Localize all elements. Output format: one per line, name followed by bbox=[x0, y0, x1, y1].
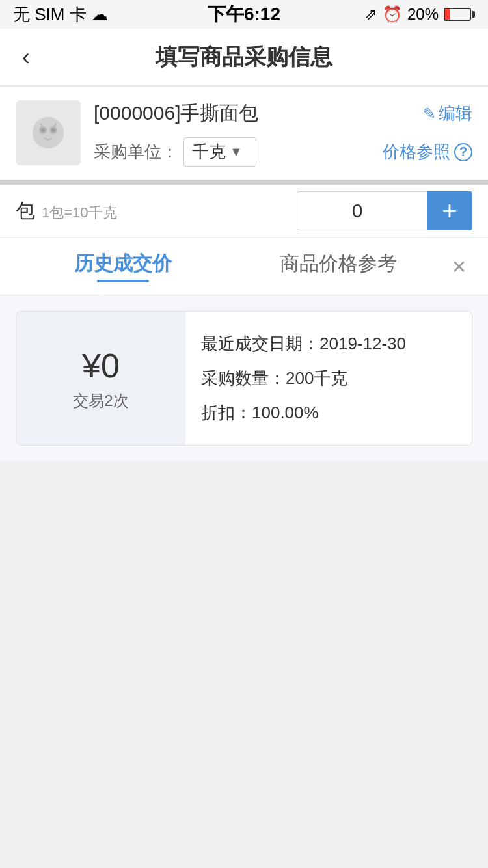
alarm-icon: ⏰ bbox=[383, 5, 402, 23]
quantity-plus-button[interactable]: + bbox=[427, 191, 472, 230]
svg-point-4 bbox=[51, 128, 55, 132]
close-panel-button[interactable]: × bbox=[446, 247, 472, 287]
product-section: [0000006]手撕面包 ✎ 编辑 采购单位： 千克 ▼ 价格参照 ? bbox=[0, 87, 488, 180]
dropdown-arrow-icon: ▼ bbox=[230, 144, 243, 159]
recent-date-row: 最近成交日期：2019-12-30 bbox=[201, 331, 456, 357]
edit-label: 编辑 bbox=[439, 102, 472, 125]
product-logo-icon bbox=[29, 113, 68, 152]
svg-point-3 bbox=[41, 128, 45, 132]
recent-date-value: 2019-12-30 bbox=[319, 334, 406, 353]
price-cards-area: ¥0 交易2次 最近成交日期：2019-12-30 采购数量：200千克 折扣：… bbox=[0, 295, 488, 461]
purchase-qty-label: 采购数量： bbox=[201, 368, 286, 388]
location-icon: ⇗ bbox=[364, 5, 377, 23]
quantity-unit-label: 包 bbox=[16, 198, 35, 224]
edit-icon: ✎ bbox=[423, 105, 436, 123]
quantity-conversion-label: 1包=10千克 bbox=[42, 203, 117, 223]
price-card-right: 最近成交日期：2019-12-30 采购数量：200千克 折扣：100.00% bbox=[185, 312, 472, 445]
discount-value: 100.00% bbox=[252, 403, 319, 422]
price-reference-button[interactable]: 价格参照 ? bbox=[383, 141, 472, 163]
back-button[interactable]: ‹ bbox=[16, 37, 36, 77]
quantity-section: 包 1包=10千克 + bbox=[0, 185, 488, 237]
status-right: ⇗ ⏰ 20% bbox=[364, 5, 475, 23]
product-name: [0000006]手撕面包 bbox=[94, 100, 258, 127]
help-icon: ? bbox=[454, 143, 472, 161]
discount-label: 折扣： bbox=[201, 403, 252, 422]
nav-bar: ‹ 填写商品采购信息 bbox=[0, 29, 488, 86]
quantity-input[interactable] bbox=[297, 191, 427, 230]
recent-date-label: 最近成交日期： bbox=[201, 334, 319, 353]
price-card-left: ¥0 交易2次 bbox=[16, 312, 185, 445]
unit-selector[interactable]: 千克 ▼ bbox=[183, 137, 256, 167]
product-info: [0000006]手撕面包 ✎ 编辑 采购单位： 千克 ▼ 价格参照 ? bbox=[94, 100, 472, 167]
purchase-unit-label: 采购单位： bbox=[94, 141, 178, 163]
battery-percent: 20% bbox=[407, 5, 439, 23]
tab-history-price[interactable]: 历史成交价 bbox=[16, 251, 230, 282]
tab-product-price-label: 商品价格参考 bbox=[280, 252, 397, 274]
status-time: 下午6:12 bbox=[208, 2, 280, 27]
unit-value: 千克 bbox=[192, 141, 226, 163]
section-divider bbox=[0, 180, 488, 185]
status-left: 无 SIM 卡 ☁ bbox=[13, 3, 108, 26]
currency-symbol: ¥ bbox=[82, 347, 101, 385]
purchase-qty-value: 200千克 bbox=[286, 368, 347, 388]
price-amount-display: ¥0 bbox=[82, 346, 120, 385]
tab-active-indicator bbox=[97, 280, 149, 282]
status-bar: 无 SIM 卡 ☁ 下午6:12 ⇗ ⏰ 20% bbox=[0, 0, 488, 29]
edit-button[interactable]: ✎ 编辑 bbox=[423, 102, 472, 125]
sim-status: 无 SIM 卡 ☁ bbox=[13, 3, 108, 26]
discount-row: 折扣：100.00% bbox=[201, 400, 456, 426]
price-card: ¥0 交易2次 最近成交日期：2019-12-30 采购数量：200千克 折扣：… bbox=[16, 311, 472, 446]
battery-indicator bbox=[444, 8, 475, 21]
page-title: 填写商品采购信息 bbox=[156, 42, 332, 72]
product-thumbnail bbox=[16, 100, 81, 165]
trade-count-label: 交易2次 bbox=[73, 390, 128, 411]
tab-product-price-reference[interactable]: 商品价格参考 bbox=[230, 251, 445, 282]
svg-point-0 bbox=[33, 117, 64, 148]
tabs-row: 历史成交价 商品价格参考 × bbox=[0, 238, 488, 295]
price-value: 0 bbox=[101, 347, 120, 385]
tab-history-price-label: 历史成交价 bbox=[74, 252, 172, 274]
price-reference-panel: 历史成交价 商品价格参考 × ¥0 交易2次 最近成交日期：2019-12-30… bbox=[0, 238, 488, 461]
purchase-qty-row: 采购数量：200千克 bbox=[201, 366, 456, 391]
price-ref-label: 价格参照 bbox=[383, 141, 450, 163]
